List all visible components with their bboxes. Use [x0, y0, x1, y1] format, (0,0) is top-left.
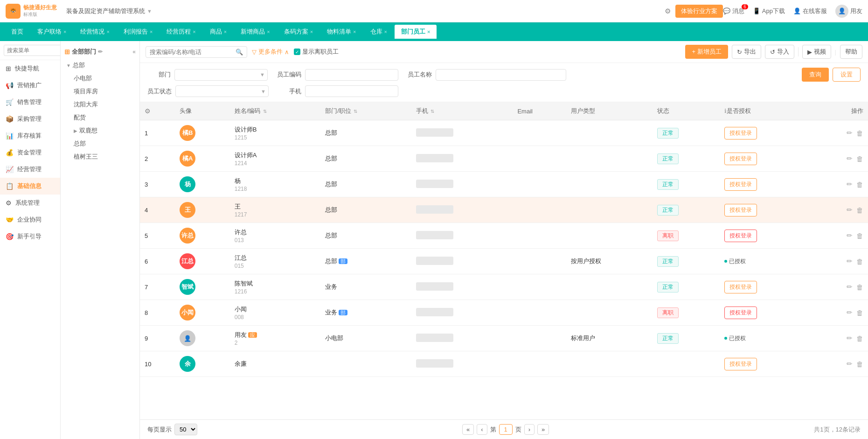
- next-page-button[interactable]: ›: [524, 424, 535, 435]
- show-resigned-checkbox[interactable]: ✓ 显示离职员工: [294, 48, 339, 56]
- edit-button[interactable]: ✏: [847, 334, 853, 342]
- dept-node-zongbu-root[interactable]: ▼ 总部: [61, 59, 139, 72]
- edit-button[interactable]: ✏: [847, 308, 853, 317]
- sidebar-item-quick-nav[interactable]: ⊞ 快捷导航: [0, 60, 60, 77]
- tab-dept-employee[interactable]: 部门员工 ×: [395, 25, 437, 39]
- delete-button[interactable]: 🗑: [856, 283, 863, 291]
- auth-button[interactable]: 授权登录: [724, 281, 757, 293]
- dept-node-zongbu[interactable]: 总部: [61, 137, 139, 150]
- tab-profit[interactable]: 利润报告 ×: [117, 25, 159, 39]
- tab-new-goods[interactable]: 新增商品 ×: [234, 25, 276, 39]
- add-employee-button[interactable]: + 新增员工: [685, 45, 728, 59]
- info-icon[interactable]: ℹ: [724, 108, 727, 114]
- search-input[interactable]: [150, 49, 234, 56]
- tab-warehouse[interactable]: 仓库 ×: [364, 25, 394, 39]
- tab-process[interactable]: 经营历程 ×: [160, 25, 202, 39]
- close-icon[interactable]: ×: [267, 29, 270, 35]
- per-page-select[interactable]: 50: [174, 424, 197, 435]
- close-icon[interactable]: ×: [106, 29, 109, 35]
- collapse-icon[interactable]: «: [132, 49, 136, 55]
- auth-button[interactable]: 授权登录: [724, 230, 757, 242]
- emp-name-input[interactable]: [436, 69, 566, 81]
- chevron-down-icon[interactable]: ▼: [147, 8, 152, 14]
- last-page-button[interactable]: »: [537, 424, 549, 435]
- delete-button[interactable]: 🗑: [856, 258, 863, 265]
- delete-button[interactable]: 🗑: [856, 206, 863, 214]
- sidebar-item-system[interactable]: ⚙ 系统管理: [0, 195, 60, 211]
- dept-node-shenyang[interactable]: 沈阳大库: [61, 98, 139, 111]
- video-button[interactable]: ▶ 视频: [802, 45, 831, 59]
- auth-button[interactable]: 授权登录: [724, 204, 757, 216]
- gear-icon[interactable]: ⚙: [665, 7, 671, 15]
- sidebar-item-marketing[interactable]: 📢 营销推广: [0, 77, 60, 94]
- help-button[interactable]: 帮助: [840, 45, 862, 59]
- dept-node-xiaodianbü[interactable]: 小电部: [61, 72, 139, 85]
- first-page-button[interactable]: «: [462, 424, 474, 435]
- auth-button[interactable]: 授权登录: [724, 307, 757, 319]
- close-icon[interactable]: ×: [193, 29, 195, 35]
- sidebar-item-enterprise[interactable]: 🤝 企业协同: [0, 211, 60, 228]
- import-button[interactable]: ↺ 导入: [765, 45, 794, 59]
- message-button[interactable]: 💬 消息 6: [723, 7, 744, 15]
- edit-icon[interactable]: ✏: [98, 49, 103, 55]
- sidebar-item-operation[interactable]: 📈 经营管理: [0, 161, 60, 178]
- reset-button[interactable]: 设置: [833, 68, 861, 82]
- sort-icon[interactable]: ⇅: [263, 109, 267, 114]
- edit-button[interactable]: ✏: [847, 231, 853, 240]
- emp-code-input[interactable]: [305, 69, 398, 81]
- dept-node-peihuo[interactable]: 配货: [61, 111, 139, 124]
- sidebar-item-guide[interactable]: 🎯 新手引导: [0, 228, 60, 245]
- sidebar-item-inventory[interactable]: 📊 库存核算: [0, 127, 60, 144]
- dept-node-project[interactable]: 项目库房: [61, 85, 139, 98]
- settings-icon[interactable]: ⚙: [145, 107, 151, 115]
- auth-button[interactable]: 授权登录: [724, 178, 757, 191]
- dept-select[interactable]: [174, 69, 268, 81]
- export-button[interactable]: ↻ 导出: [732, 45, 761, 59]
- user-menu[interactable]: 👤 用友: [835, 5, 862, 18]
- sort-icon[interactable]: ⇅: [431, 109, 434, 114]
- edit-button[interactable]: ✏: [847, 257, 853, 265]
- auth-button[interactable]: 授权登录: [724, 153, 757, 165]
- close-icon[interactable]: ×: [427, 29, 430, 35]
- sidebar-item-basic-info[interactable]: 📋 基础信息: [0, 178, 60, 195]
- query-button[interactable]: 查询: [802, 68, 829, 82]
- tab-material[interactable]: 物料清单 ×: [320, 25, 362, 39]
- close-icon[interactable]: ×: [224, 29, 227, 35]
- phone-input[interactable]: [305, 85, 398, 97]
- edit-button[interactable]: ✏: [847, 283, 853, 291]
- edit-button[interactable]: ✏: [847, 129, 853, 137]
- delete-button[interactable]: 🗑: [856, 155, 863, 163]
- auth-button[interactable]: 授权登录: [724, 358, 757, 370]
- close-icon[interactable]: ×: [63, 29, 66, 35]
- delete-button[interactable]: 🗑: [856, 334, 863, 342]
- tab-business[interactable]: 经营情况 ×: [74, 25, 116, 39]
- sidebar-search-input[interactable]: [4, 45, 61, 56]
- trial-button[interactable]: 体验行业方案: [675, 5, 723, 18]
- edit-button[interactable]: ✏: [847, 180, 853, 188]
- close-icon[interactable]: ×: [353, 29, 356, 35]
- edit-button[interactable]: ✏: [847, 206, 853, 214]
- more-conditions-button[interactable]: ▽ 更多条件 ∧: [252, 48, 289, 56]
- tab-barcode[interactable]: 条码方案 ×: [278, 25, 319, 39]
- delete-button[interactable]: 🗑: [856, 129, 863, 137]
- close-icon[interactable]: ×: [150, 29, 153, 35]
- tab-goods[interactable]: 商品 ×: [203, 25, 233, 39]
- auth-button[interactable]: 授权登录: [724, 127, 757, 139]
- sort-icon[interactable]: ⇅: [354, 109, 357, 114]
- delete-button[interactable]: 🗑: [856, 360, 863, 368]
- dept-node-plant[interactable]: 植树王三: [61, 150, 139, 163]
- edit-button[interactable]: ✏: [847, 154, 853, 163]
- delete-button[interactable]: 🗑: [856, 232, 863, 240]
- sidebar-item-purchase[interactable]: 📦 采购管理: [0, 111, 60, 127]
- emp-status-select[interactable]: [175, 85, 269, 97]
- edit-button[interactable]: ✏: [847, 360, 853, 368]
- sidebar-item-sales[interactable]: 🛒 销售管理: [0, 94, 60, 111]
- sidebar-item-finance[interactable]: 💰 资金管理: [0, 144, 60, 161]
- app-download-button[interactable]: 📱 App下载: [753, 7, 785, 15]
- tab-home[interactable]: 首页: [5, 25, 30, 39]
- delete-button[interactable]: 🗑: [856, 309, 863, 317]
- dept-node-shuangmeng[interactable]: ▶ 双鹿想: [61, 124, 139, 137]
- close-icon[interactable]: ×: [310, 29, 313, 35]
- close-icon[interactable]: ×: [384, 29, 387, 35]
- tab-customer[interactable]: 客户联络 ×: [31, 25, 73, 39]
